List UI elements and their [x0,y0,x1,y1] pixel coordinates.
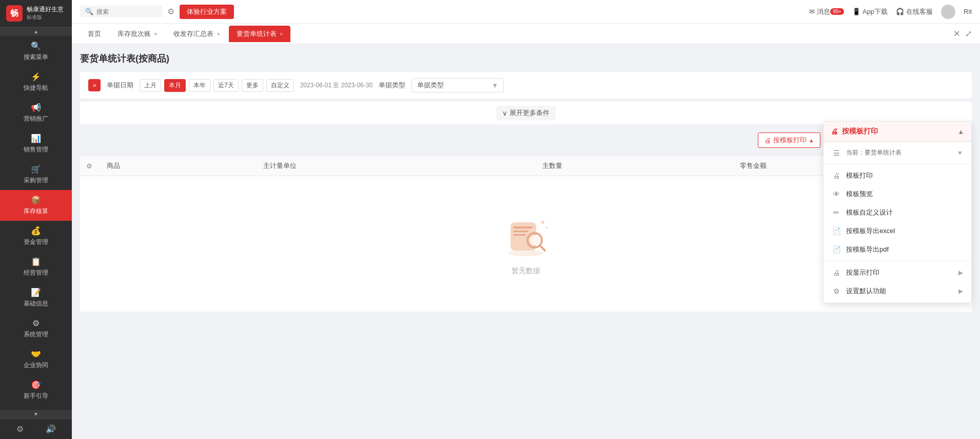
sidebar-item-corp[interactable]: 🤝 企业协同 [0,344,72,375]
app-badge: 标准版 [27,14,64,21]
online-service-action[interactable]: 🎧 在线客服 [896,7,933,16]
filter-expand-btn[interactable]: » [88,79,101,91]
dropdown-set-default[interactable]: ⚙ 设置默认功能 ▶ [824,282,971,300]
message-badge: 99+ [830,8,844,15]
basic-icon: 📝 [31,288,41,297]
dropdown-chevron-up-icon[interactable]: ▲ [957,128,964,136]
table-column-settings-icon[interactable]: ⚙ [86,162,92,170]
display-print-label: 按显示打印 [846,268,953,277]
sidebar-nav: 🔍 搜索菜单 ⚡ 快捷导航 📢 营销推广 📊 销售管理 🛒 采购管理 📦 库存核… [0,36,72,410]
sidebar-item-finance[interactable]: 💰 资金管理 [0,221,72,252]
sidebar-item-apps[interactable]: 🔧 应用中心 [0,406,72,410]
trial-button[interactable]: 体验行业方案 [180,5,234,19]
svg-rect-3 [513,231,528,232]
date-filter-group: 上月 本月 本年 近7天 更多 自定义 [140,79,294,92]
sidebar-item-label: 系统管理 [24,330,48,339]
sidebar-item-search[interactable]: 🔍 搜索菜单 [0,36,72,67]
template-print-btn[interactable]: 🖨 按模板打印 ▲ [758,132,820,148]
sidebar-item-inventory[interactable]: 📦 库存核算 [0,190,72,221]
dropdown-header: 🖨 按模板打印 ▲ [824,122,971,142]
topbar-search-box[interactable]: 🔍 [80,6,162,17]
tab-close-all-icon[interactable]: ✕ [953,29,960,39]
tab-order-stats-close[interactable]: × [280,31,283,37]
set-default-label: 设置默认功能 [846,287,953,296]
search-icon: 🔍 [85,8,93,15]
dropdown-title: 按模板打印 [842,127,878,136]
svg-rect-4 [513,234,526,236]
sidebar-item-guide[interactable]: 🎯 新手引导 [0,375,72,406]
corp-icon: 🤝 [31,349,41,359]
expand-more-btn[interactable]: ∨ 展开更多条件 [496,106,556,120]
sidebar-item-label: 基础信息 [24,299,48,308]
finance-icon: 💰 [31,226,41,236]
system-icon: ⚙ [32,318,40,328]
col-quantity: 主数量 [536,156,734,176]
sidebar-scroll-up[interactable]: ▲ [0,27,72,36]
filter-this-month[interactable]: 本月 [164,79,186,92]
col-product: 商品 [101,156,257,176]
sidebar-item-label: 营销推广 [24,114,48,123]
search-input[interactable] [96,8,148,15]
username-label: Rit [964,8,972,15]
sidebar-item-label: 搜索菜单 [24,53,48,62]
guide-icon: 🎯 [31,380,41,390]
tab-home-label: 首页 [88,29,101,39]
dropdown-template-custom[interactable]: ✏ 模板自定义设计 [824,203,971,222]
svg-line-7 [540,245,545,251]
filter-more[interactable]: 更多 [242,79,263,92]
dropdown-export-excel[interactable]: 📄 按模板导出excel [824,222,971,240]
tab-inventory-batch-close[interactable]: × [154,31,157,37]
template-print-arrow: ▲ [809,138,814,143]
app-download-label: App下载 [863,7,888,16]
app-download-icon: 📱 [852,8,860,15]
sidebar-item-quick-nav[interactable]: ⚡ 快捷导航 [0,67,72,98]
tabs-bar: 首页 库存批次账 × 收发存汇总表 × 要货单统计表 × ✕ ⤢ [72,24,980,44]
message-action[interactable]: ✉ 消息 99+ [809,7,844,16]
sidebar-item-sales[interactable]: 📊 销售管理 [0,128,72,159]
dropdown-export-pdf[interactable]: 📄 按模板导出pdf [824,240,971,259]
tab-expand-icon[interactable]: ⤢ [965,29,972,39]
tab-home[interactable]: 首页 [80,26,109,42]
app-download-action[interactable]: 📱 App下载 [852,7,888,16]
filter-last-month[interactable]: 上月 [140,79,161,92]
dropdown-template-print[interactable]: 🖨 模板打印 [824,166,971,185]
tab-inventory-batch-label: 库存批次账 [117,29,151,39]
sidebar-item-purchase[interactable]: 🛒 采购管理 [0,159,72,190]
sidebar-item-label: 快捷导航 [24,84,48,92]
template-print-item-label: 模板打印 [846,171,963,180]
sidebar-scroll-down[interactable]: ▼ [0,410,72,418]
sidebar-item-label: 销售管理 [24,145,48,154]
sidebar-item-basic[interactable]: 📝 基础信息 [0,282,72,313]
dropdown-printer-icon: 🖨 [831,127,838,136]
filter-this-year[interactable]: 本年 [189,79,210,92]
tab-receipt-summary-close[interactable]: × [217,31,220,37]
sound-footer-icon[interactable]: 🔊 [46,424,56,434]
sidebar-item-label: 新手引导 [24,392,48,400]
dropdown-main-section: 🖨 模板打印 👁 模板预览 ✏ 模板自定义设计 📄 按模板导出excel 📄 [824,164,971,261]
filter-custom[interactable]: 自定义 [266,79,294,92]
tab-order-stats[interactable]: 要货单统计表 × [229,26,290,42]
message-label: 消息 [817,7,830,16]
filter-type-select[interactable]: 单据类型 ▼ [411,78,504,92]
filter-7days[interactable]: 近7天 [213,79,239,92]
tab-receipt-summary-label: 收发存汇总表 [173,29,213,39]
dropdown-current-item[interactable]: ☰ 当前：要货单统计表 ▼ [824,144,971,162]
dropdown-display-print[interactable]: 🖨 按显示打印 ▶ [824,263,971,282]
user-avatar[interactable] [941,5,955,19]
dropdown-template-preview[interactable]: 👁 模板预览 [824,185,971,203]
export-excel-label: 按模板导出excel [846,226,963,236]
tab-receipt-summary[interactable]: 收发存汇总表 × [166,26,227,42]
svg-point-8 [541,221,544,224]
sidebar-item-marketing[interactable]: 📢 营销推广 [0,98,72,128]
template-print-item-icon: 🖨 [832,171,841,180]
settings-footer-icon[interactable]: ⚙ [16,424,24,434]
topbar-gear-icon[interactable]: ⚙ [167,7,174,16]
sidebar-item-system[interactable]: ⚙ 系统管理 [0,313,72,344]
sales-icon: 📊 [31,133,41,143]
inventory-icon: 📦 [31,195,41,205]
sidebar-item-label: 企业协同 [24,361,48,370]
current-item-icon: ☰ [832,149,841,157]
quick-nav-icon: ⚡ [31,72,41,82]
sidebar-item-operation[interactable]: 📋 经营管理 [0,252,72,282]
tab-inventory-batch[interactable]: 库存批次账 × [110,26,165,42]
